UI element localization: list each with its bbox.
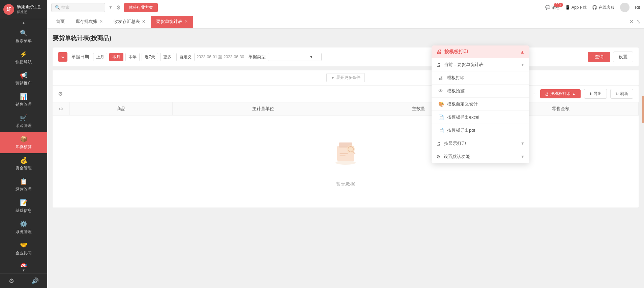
sidebar-scroll-up[interactable]: ▲ — [0, 19, 47, 26]
empty-text: 暂无数据 — [336, 181, 355, 187]
settings-btn[interactable]: 设置 — [613, 52, 633, 62]
page-title: 要货单统计表(按商品) — [53, 34, 639, 42]
type-filter: 单据类型 ▼ — [248, 53, 322, 61]
this-month-btn[interactable]: 本月 — [109, 53, 123, 61]
more-date-btn[interactable]: 更多 — [160, 53, 174, 61]
filter-bar: » 单据日期 上月 本月 本年 近7天 更多 自定义 2023-06-01 至 … — [53, 47, 639, 66]
sidebar-item-quick-nav[interactable]: ⚡ 快捷导航 — [0, 47, 47, 68]
tab-batch-account-close[interactable]: ✕ — [99, 19, 103, 24]
display-print-arrow: ▼ — [521, 141, 525, 146]
tab-window-controls: ✕ ⤡ — [629, 19, 641, 25]
print-btn[interactable]: 🖨 按模板打印 ▲ — [540, 89, 581, 98]
dropdown-collapse-icon[interactable]: ▲ — [520, 49, 525, 55]
filter-expand-btn[interactable]: » — [58, 52, 67, 62]
tab-collection-summary-close[interactable]: ✕ — [142, 19, 145, 24]
expand-more-btn[interactable]: ▼ 展开更多条件 — [326, 73, 365, 82]
dropdown-current-item[interactable]: 🖨 当前：要货单统计表 ▼ — [432, 58, 529, 71]
table-gear-icon[interactable]: ⚙ — [58, 91, 63, 97]
sidebar-item-collab[interactable]: 🤝 企业协同 — [0, 238, 47, 259]
export-pdf-label: 按模板导出pdf — [447, 127, 475, 133]
template-design-icon: 🎨 — [438, 101, 444, 107]
col-product: 商品 — [69, 102, 172, 116]
sidebar-scroll-down[interactable]: ▼ — [0, 267, 47, 274]
messages-btn[interactable]: 💬 消息 99+ — [545, 5, 560, 10]
template-preview-label: 模板预览 — [447, 88, 465, 94]
dropdown-item-template-preview[interactable]: 👁 模板预览 — [432, 85, 529, 98]
marketing-icon: 📢 — [20, 72, 27, 79]
more-options-icon[interactable]: ··· — [532, 91, 537, 97]
dropdown-item-export-excel[interactable]: 📄 按模板导出excel — [432, 111, 529, 124]
guide-icon: 🎯 — [20, 263, 27, 267]
collab-icon: 🤝 — [20, 242, 27, 249]
sidebar-item-system[interactable]: ⚙️ 系统管理 — [0, 217, 47, 238]
svg-rect-6 — [340, 153, 348, 154]
tab-order-summary-close[interactable]: ✕ — [184, 19, 188, 24]
maximize-window-icon[interactable]: ⤡ — [636, 19, 641, 25]
col-unit: 主计量单位 — [172, 102, 354, 116]
tab-home[interactable]: 首页 — [51, 16, 70, 28]
dropdown-item-set-default[interactable]: ⚙ 设置默认功能 ▼ — [432, 150, 529, 163]
custom-date-btn[interactable]: 自定义 — [176, 53, 195, 61]
topbar-right: 💬 消息 99+ 📱 App下载 🎧 在线客服 Rit — [545, 3, 640, 12]
export-excel-icon: 📄 — [438, 115, 444, 120]
chevron-down-icon: ▼ — [309, 55, 313, 59]
this-year-btn[interactable]: 本年 — [125, 53, 140, 61]
expand-more-label: 展开更多条件 — [336, 75, 360, 81]
dropdown-item-display-print[interactable]: 🖨 按显示打印 ▼ — [432, 137, 529, 150]
table-empty-row: 暂无数据 — [53, 116, 639, 208]
close-window-icon[interactable]: ✕ — [629, 19, 634, 25]
tab-order-summary[interactable]: 要货单统计表 ✕ — [151, 16, 193, 28]
col-settings[interactable]: ⚙ — [53, 102, 69, 116]
dropdown-header: 🖨 按模板打印 ▲ — [432, 45, 529, 58]
svg-point-0 — [335, 161, 356, 165]
sidebar-item-finance[interactable]: 💰 资金管理 — [0, 153, 47, 174]
online-service-btn[interactable]: 🎧 在线客服 — [592, 5, 615, 10]
export-btn[interactable]: ⬆ 导出 — [584, 89, 607, 99]
sidebar-item-purchase[interactable]: 🛒 采购管理 — [0, 111, 47, 132]
online-service-label: 在线客服 — [598, 5, 615, 10]
quicknav-icon: ⚡ — [20, 51, 27, 58]
tab-home-label: 首页 — [56, 19, 65, 25]
dropdown-title-text: 按模板打印 — [444, 49, 468, 55]
sidebar-item-sales[interactable]: 📊 销售管理 — [0, 90, 47, 111]
username-label[interactable]: Rit — [635, 5, 640, 10]
messages-badge: 99+ — [554, 3, 563, 7]
sidebar-item-marketing[interactable]: 📢 营销推广 — [0, 68, 47, 90]
topbar-gear-icon[interactable]: ⚙ — [116, 4, 121, 11]
app-download-btn[interactable]: 📱 App下载 — [565, 5, 587, 10]
sidebar-item-inventory[interactable]: 📦 库存核算 — [0, 132, 47, 153]
table-toolbar: ⚙ ··· 🖨 按模板打印 ▲ ⬆ 导出 ↻ 刷新 — [53, 86, 639, 102]
settings-bottom-icon[interactable]: ⚙ — [9, 277, 14, 285]
user-avatar[interactable] — [620, 3, 630, 12]
last-7-days-btn[interactable]: 近7天 — [142, 53, 158, 61]
sidebar-item-guide[interactable]: 🎯 新手引导 — [0, 259, 47, 267]
tab-batch-account[interactable]: 库存批次账 ✕ — [70, 16, 108, 28]
refresh-icon: ↻ — [615, 92, 619, 96]
last-month-btn[interactable]: 上月 — [93, 53, 107, 61]
printer-icon: 🖨 — [436, 49, 442, 55]
sidebar-item-label: 搜索菜单 — [16, 38, 32, 44]
topbar-dropdown-arrow[interactable]: ▼ — [109, 5, 113, 10]
sidebar-item-basic[interactable]: 📝 基础信息 — [0, 196, 47, 217]
purchase-icon: 🛒 — [20, 114, 27, 122]
expand-more-icon: ▼ — [331, 75, 335, 80]
data-table: ⚙ 商品 主计量单位 主数量 零售金额 — [53, 102, 639, 207]
sidebar-item-label: 销售管理 — [16, 102, 32, 107]
refresh-btn[interactable]: ↻ 刷新 — [610, 89, 633, 99]
search-input-box[interactable]: 🔍 搜索 — [51, 3, 105, 12]
set-default-arrow: ▼ — [521, 154, 525, 159]
tab-order-summary-label: 要货单统计表 — [156, 19, 182, 25]
speaker-icon[interactable]: 🔊 — [31, 277, 39, 285]
sidebar-item-search[interactable]: 🔍 搜索菜单 — [0, 26, 47, 47]
scroll-indicator[interactable] — [642, 96, 644, 123]
dropdown-item-export-pdf[interactable]: 📄 按模板导出pdf — [432, 124, 529, 137]
trial-btn[interactable]: 体验行业方案 — [124, 3, 158, 12]
query-btn[interactable]: 查询 — [588, 52, 610, 62]
sidebar-item-operation[interactable]: 📋 经营管理 — [0, 174, 47, 196]
tab-collection-summary[interactable]: 收发存汇总表 ✕ — [108, 16, 151, 28]
type-select[interactable]: ▼ — [268, 53, 322, 61]
dropdown-item-template-print[interactable]: 🖨 模板打印 — [432, 71, 529, 85]
dropdown-item-template-design[interactable]: 🎨 模板自定义设计 — [432, 98, 529, 111]
table: ⚙ 商品 主计量单位 主数量 零售金额 — [53, 102, 639, 207]
basic-icon: 📝 — [20, 199, 27, 206]
